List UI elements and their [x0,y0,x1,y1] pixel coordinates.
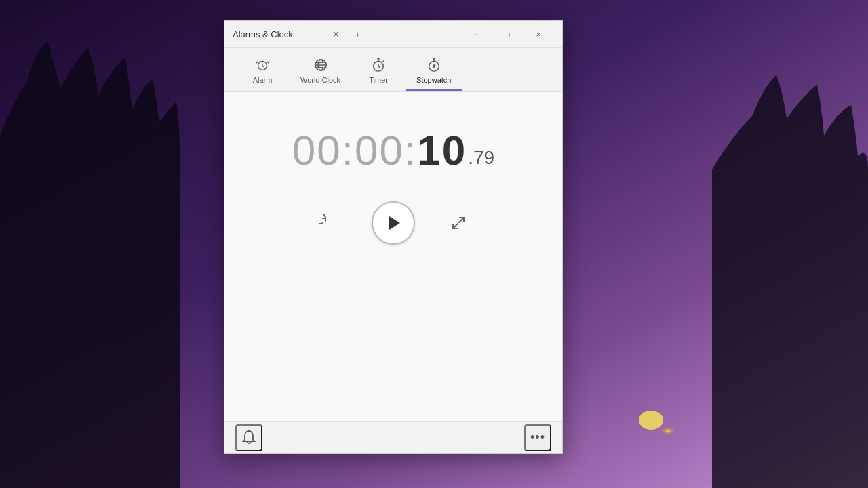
svg-point-2 [639,411,663,430]
stopwatch-display: 00:00: 10 .79 [292,126,494,174]
bell-button[interactable] [235,424,262,451]
minimize-button[interactable]: − [460,24,492,45]
tab-add-button[interactable]: + [348,25,367,44]
tab-alarm-label: Alarm [253,76,273,84]
tab-timer-label: Timer [369,76,388,84]
tab-alarm[interactable]: Alarm [235,54,290,92]
tab-timer[interactable]: Timer [351,54,406,92]
timer-icon [371,58,386,75]
tab-stopwatch[interactable]: Stopwatch [406,54,462,92]
close-button[interactable]: × [523,24,554,45]
stopwatch-content: 00:00: 10 .79 [224,92,562,421]
maximize-button[interactable]: □ [492,24,523,45]
tab-close-button[interactable]: ✕ [326,25,345,44]
alarm-icon [255,58,270,75]
svg-point-1 [617,396,685,437]
svg-point-9 [248,430,250,432]
time-hhmm: 00:00: [292,126,417,174]
tab-stopwatch-label: Stopwatch [416,76,451,84]
reset-button[interactable] [312,207,344,239]
tab-world-clock-label: World Clock [300,76,340,84]
world-clock-icon [313,58,328,75]
time-milliseconds: .79 [468,147,494,169]
tab-world-clock[interactable]: World Clock [290,54,351,92]
app-window: Alarms & Clock ✕ + − □ × Alarm [224,20,563,454]
svg-point-8 [433,65,435,67]
window-title: Alarms & Clock [233,29,326,39]
more-dots-icon: ••• [530,430,545,445]
stopwatch-icon [427,58,441,75]
title-bar: Alarms & Clock ✕ + − □ × [224,21,562,48]
play-pause-button[interactable] [372,201,415,245]
stopwatch-controls [312,201,475,245]
time-seconds: 10 [417,126,467,174]
more-options-button[interactable]: ••• [524,424,551,451]
bottom-bar: ••• [224,421,562,453]
play-icon [389,216,400,230]
expand-button[interactable] [442,207,475,239]
nav-tabs: Alarm World Clock [224,48,562,92]
